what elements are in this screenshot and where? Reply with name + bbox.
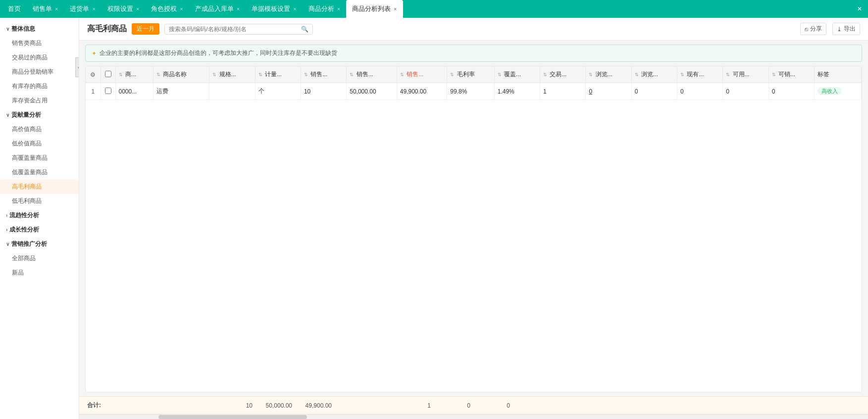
table-row: 1 0000... 运费 xyxy=(86,83,862,100)
close-role-auth[interactable]: × xyxy=(180,6,183,12)
sidebar-item-sales-assist-rate[interactable]: 商品分登助销率 xyxy=(0,65,79,79)
col-browse1: ⇅ 浏览... xyxy=(586,66,631,83)
row-checkbox-cell xyxy=(101,83,115,100)
row-num: 1 xyxy=(86,83,101,100)
col-gross-rate: ⇅ 毛利率 xyxy=(447,66,494,83)
search-box: 🔍 xyxy=(164,24,313,35)
search-input[interactable] xyxy=(169,26,301,33)
sidebar-item-high-value[interactable]: 高价值商品 xyxy=(0,122,79,137)
sidebar-group-overall[interactable]: ∨ 整体信息 xyxy=(0,22,79,36)
sidebar-item-new-products[interactable]: 新品 xyxy=(0,266,79,280)
col-available: ⇅ 可用... xyxy=(723,66,768,83)
row-sales1: 10 xyxy=(301,83,346,100)
info-banner: ✦ 企业的主要的利润都是这部分商品创造的，可考虑加大推广，同时关注库存是不要出现… xyxy=(85,45,862,62)
col-sales1: ⇅ 销售... xyxy=(301,66,346,83)
row-sales3: 49,900.00 xyxy=(397,83,447,100)
sort-icon-name[interactable]: ⇅ xyxy=(156,72,160,77)
footer-sales2: 50,000.00 xyxy=(255,402,295,409)
footer-label: 合计: xyxy=(87,401,117,410)
close-product-analysis[interactable]: × xyxy=(337,6,340,12)
data-table: ⚙ ⇅ 商... ⇅ 商品名称 xyxy=(86,66,862,100)
horizontal-scrollbar[interactable] xyxy=(79,414,868,419)
sidebar-item-stock-capital[interactable]: 库存资金占用 xyxy=(0,93,79,108)
scrollbar-thumb[interactable] xyxy=(158,415,307,419)
row-available: 0 xyxy=(723,83,768,100)
footer-sales1: 10 xyxy=(216,402,255,409)
close-permission-settings[interactable]: × xyxy=(136,6,139,12)
arrow-icon-contribution: ∨ xyxy=(6,112,9,118)
nav-product-inbound[interactable]: 产成品入库单 × xyxy=(189,0,246,18)
sidebar-item-high-coverage[interactable]: 高覆盖量商品 xyxy=(0,151,79,165)
sort-icon-sales1[interactable]: ⇅ xyxy=(304,72,308,77)
col-name: ⇅ 商品名称 xyxy=(153,66,209,83)
content-area: 高毛利商品 近一月 🔍 ⎋ 分享 ⤓ 导出 ✦ 企业的主要的利润都是这部分商品创… xyxy=(79,18,868,419)
sort-icon-code[interactable]: ⇅ xyxy=(119,72,123,77)
nav-purchase-order[interactable]: 进货单 × xyxy=(64,0,101,18)
nav-sales-order[interactable]: 销售单 × xyxy=(27,0,64,18)
search-icon[interactable]: 🔍 xyxy=(301,26,308,33)
settings-icon[interactable]: ⚙ xyxy=(90,71,96,78)
close-purchase-order[interactable]: × xyxy=(92,6,95,12)
row-name: 运费 xyxy=(153,83,209,100)
col-spec: ⇅ 规格... xyxy=(209,66,255,83)
sort-icon-sales3[interactable]: ⇅ xyxy=(400,72,404,77)
nav-role-auth[interactable]: 角色授权 × xyxy=(145,0,189,18)
col-num: ⚙ xyxy=(86,66,101,83)
sort-icon-coverage[interactable]: ⇅ xyxy=(498,72,502,77)
close-template-settings[interactable]: × xyxy=(293,6,296,12)
content-header: 高毛利商品 近一月 🔍 ⎋ 分享 ⤓ 导出 xyxy=(79,18,868,41)
close-product-inbound[interactable]: × xyxy=(237,6,240,12)
sort-icon-current[interactable]: ⇅ xyxy=(680,72,684,77)
row-sellable: 0 xyxy=(768,83,814,100)
sort-icon-gross-rate[interactable]: ⇅ xyxy=(450,72,454,77)
footer-sales3: 49,900.00 xyxy=(295,402,335,409)
footer-totals: 合计: 10 50,000.00 49,900.00 1 0 0 xyxy=(79,396,868,414)
col-tag: 标签 xyxy=(815,66,862,83)
sidebar-item-low-margin[interactable]: 低毛利商品 xyxy=(0,194,79,208)
info-icon: ✦ xyxy=(92,50,97,57)
row-browse1: 0 xyxy=(586,83,631,100)
sidebar-collapse-btn[interactable]: « xyxy=(75,57,79,77)
nav-template-settings[interactable]: 单据模板设置 × xyxy=(246,0,302,18)
nav-product-analysis-list[interactable]: 商品分析列表 × xyxy=(346,0,403,18)
sidebar-group-contribution[interactable]: ∨ 贡献量分析 xyxy=(0,108,79,122)
select-all-checkbox[interactable] xyxy=(105,71,111,77)
close-sales-order[interactable]: × xyxy=(55,6,58,12)
sidebar-item-low-value[interactable]: 低价值商品 xyxy=(0,137,79,151)
sidebar-item-all-products[interactable]: 全部商品 xyxy=(0,251,79,266)
row-browse2: 0 xyxy=(631,83,677,100)
sort-icon-unit[interactable]: ⇅ xyxy=(258,72,262,77)
close-product-analysis-list[interactable]: × xyxy=(394,6,397,12)
data-table-wrapper: ⚙ ⇅ 商... ⇅ 商品名称 xyxy=(85,66,862,392)
sidebar-item-in-stock[interactable]: 有库存的商品 xyxy=(0,79,79,93)
sidebar-group-marketing[interactable]: ∨ 营销推广分析 xyxy=(0,237,79,251)
sidebar-item-low-coverage[interactable]: 低覆盖量商品 xyxy=(0,165,79,180)
sort-icon-sales2[interactable]: ⇅ xyxy=(350,72,354,77)
sidebar-item-high-margin[interactable]: 高毛利商品 xyxy=(0,180,79,194)
sidebar-item-sales-products[interactable]: 销售类商品 xyxy=(0,36,79,50)
nav-home[interactable]: 首页 xyxy=(2,0,27,18)
arrow-icon-flow: › xyxy=(6,213,7,218)
row-current: 0 xyxy=(677,83,723,100)
sidebar-item-traded-products[interactable]: 交易过的商品 xyxy=(0,50,79,65)
sort-icon-available[interactable]: ⇅ xyxy=(726,72,730,77)
filter-recent-month-button[interactable]: 近一月 xyxy=(132,23,159,35)
row-coverage: 1.49% xyxy=(494,83,540,100)
row-checkbox[interactable] xyxy=(105,88,111,94)
sidebar-group-growth[interactable]: › 成长性分析 xyxy=(0,223,79,237)
sort-icon-spec[interactable]: ⇅ xyxy=(212,72,216,77)
export-button[interactable]: ⤓ 导出 xyxy=(832,23,860,35)
footer-trade: 1 xyxy=(394,402,434,409)
share-button[interactable]: ⎋ 分享 xyxy=(800,23,826,35)
sort-icon-trade[interactable]: ⇅ xyxy=(543,72,547,77)
col-code: ⇅ 商... xyxy=(115,66,153,83)
nav-product-analysis[interactable]: 商品分析 × xyxy=(303,0,346,18)
nav-window-close[interactable]: ✕ xyxy=(853,5,866,12)
sort-icon-browse1[interactable]: ⇅ xyxy=(589,72,593,77)
nav-permission-settings[interactable]: 权限设置 × xyxy=(102,0,145,18)
sort-icon-browse2[interactable]: ⇅ xyxy=(635,72,639,77)
arrow-icon-overall: ∨ xyxy=(6,26,9,32)
sort-icon-sellable[interactable]: ⇅ xyxy=(772,72,776,77)
sidebar-group-flow[interactable]: › 流趋性分析 xyxy=(0,208,79,223)
export-icon: ⤓ xyxy=(837,26,842,33)
